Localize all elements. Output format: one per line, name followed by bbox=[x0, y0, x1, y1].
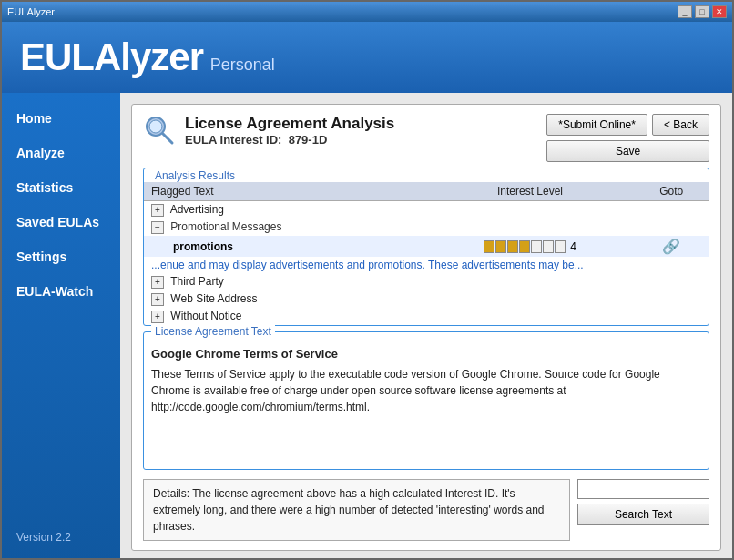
snippet-text: ...enue and may display advertisements a… bbox=[144, 257, 709, 273]
interest-bar: 4 bbox=[433, 240, 627, 253]
app-subtitle: Personal bbox=[210, 56, 275, 74]
bar-segments bbox=[484, 240, 566, 253]
col-flagged-text: Flagged Text bbox=[144, 182, 426, 201]
panel-buttons: *Submit Online* < Back Save bbox=[546, 114, 709, 162]
save-button[interactable]: Save bbox=[546, 140, 709, 162]
title-bar-controls: _ □ ✕ bbox=[678, 5, 727, 18]
svg-point-1 bbox=[149, 120, 162, 133]
without-notice-label: Without Notice bbox=[170, 310, 241, 322]
bar-seg-1 bbox=[484, 240, 494, 253]
maximize-button[interactable]: □ bbox=[695, 5, 709, 18]
license-text-section: License Agreement Text Google Chrome Ter… bbox=[143, 331, 709, 470]
sidebar-item-home[interactable]: Home bbox=[2, 102, 120, 135]
expand-website[interactable]: + bbox=[151, 293, 164, 306]
search-text-button[interactable]: Search Text bbox=[577, 504, 709, 525]
bar-seg-4 bbox=[519, 240, 530, 253]
details-text: Details: The license agreement above has… bbox=[153, 487, 545, 533]
main-layout: Home Analyze Statistics Saved EULAs Sett… bbox=[2, 93, 732, 560]
app-title: EULAlyzer bbox=[20, 36, 203, 78]
app-header: EULAlyzer Personal bbox=[2, 22, 732, 93]
panel-title: License Agreement Analysis bbox=[185, 115, 394, 133]
search-area: Search Text bbox=[577, 479, 709, 541]
bar-seg-6 bbox=[543, 240, 554, 253]
expand-advertising[interactable]: + bbox=[151, 204, 164, 217]
table-header-row: Flagged Text Interest Level Goto bbox=[144, 182, 709, 201]
panel-title-text: License Agreement Analysis EULA Interest… bbox=[185, 115, 394, 147]
sidebar-item-analyze[interactable]: Analyze bbox=[2, 137, 120, 169]
sidebar: Home Analyze Statistics Saved EULAs Sett… bbox=[2, 93, 120, 560]
content-panel: License Agreement Analysis EULA Interest… bbox=[131, 104, 721, 551]
eula-id-label: EULA Interest ID: bbox=[185, 133, 281, 147]
interest-number: 4 bbox=[570, 240, 576, 253]
analysis-results-title: Analysis Results bbox=[151, 169, 239, 182]
table-row: + Without Notice bbox=[144, 308, 709, 325]
sidebar-item-saved-eulas[interactable]: Saved EULAs bbox=[2, 206, 120, 239]
app-title-area: EULAlyzer Personal bbox=[20, 36, 275, 79]
table-row: − Promotional Messages bbox=[144, 219, 709, 236]
svg-line-2 bbox=[163, 134, 172, 143]
table-row: + Web Site Address bbox=[144, 290, 709, 308]
license-doc-title: Google Chrome Terms of Service bbox=[151, 347, 701, 361]
details-box: Details: The license agreement above has… bbox=[143, 479, 570, 541]
expand-third-party[interactable]: + bbox=[151, 276, 164, 289]
table-row: + Advertising bbox=[144, 201, 709, 219]
keyword-promotions: promotions bbox=[173, 240, 233, 253]
bottom-bar: Details: The license agreement above has… bbox=[143, 479, 709, 541]
sidebar-item-settings[interactable]: Settings bbox=[2, 240, 120, 273]
expand-promotional[interactable]: − bbox=[151, 221, 164, 234]
expand-without-notice[interactable]: + bbox=[151, 311, 164, 323]
bar-seg-7 bbox=[555, 240, 566, 253]
website-label: Web Site Address bbox=[170, 292, 257, 305]
license-text-body[interactable]: Google Chrome Terms of Service These Ter… bbox=[144, 341, 709, 469]
third-party-label: Third Party bbox=[170, 275, 224, 288]
bar-seg-3 bbox=[507, 240, 518, 253]
table-row: + Third Party bbox=[144, 273, 709, 290]
results-table: Flagged Text Interest Level Goto + Adver… bbox=[144, 182, 709, 325]
col-goto: Goto bbox=[634, 182, 709, 201]
close-button[interactable]: ✕ bbox=[712, 5, 727, 18]
top-btn-row: *Submit Online* < Back bbox=[546, 114, 709, 136]
license-doc-body: These Terms of Service apply to the exec… bbox=[151, 366, 701, 415]
title-bar-label: EULAlyzer bbox=[7, 6, 55, 17]
eula-id: EULA Interest ID: 879-1D bbox=[185, 133, 394, 147]
advertising-label: Advertising bbox=[170, 203, 224, 216]
eula-id-value: 879-1D bbox=[289, 133, 328, 147]
sidebar-item-statistics[interactable]: Statistics bbox=[2, 171, 120, 204]
col-interest-level: Interest Level bbox=[426, 182, 635, 201]
bar-seg-5 bbox=[531, 240, 542, 253]
promotional-label: Promotional Messages bbox=[170, 220, 281, 233]
bar-seg-2 bbox=[495, 240, 506, 253]
submit-online-button[interactable]: *Submit Online* bbox=[546, 114, 647, 136]
table-row: promotions bbox=[144, 236, 709, 257]
panel-title-area: License Agreement Analysis EULA Interest… bbox=[143, 114, 394, 147]
version-label: Version 2.2 bbox=[2, 522, 120, 553]
minimize-button[interactable]: _ bbox=[678, 5, 692, 18]
magnifier-icon bbox=[143, 114, 176, 147]
main-content: License Agreement Analysis EULA Interest… bbox=[120, 93, 732, 560]
license-text-title: License Agreement Text bbox=[151, 325, 275, 338]
sidebar-item-eula-watch[interactable]: EULA-Watch bbox=[2, 275, 120, 308]
panel-header: License Agreement Analysis EULA Interest… bbox=[143, 114, 709, 162]
search-input[interactable] bbox=[577, 479, 709, 499]
title-bar: EULAlyzer _ □ ✕ bbox=[2, 2, 732, 22]
back-button[interactable]: < Back bbox=[652, 114, 709, 136]
analysis-results: Analysis Results Flagged Text Interest L… bbox=[143, 168, 709, 326]
table-row: ...enue and may display advertisements a… bbox=[144, 257, 709, 273]
goto-icon[interactable]: 🔗 bbox=[662, 239, 680, 254]
